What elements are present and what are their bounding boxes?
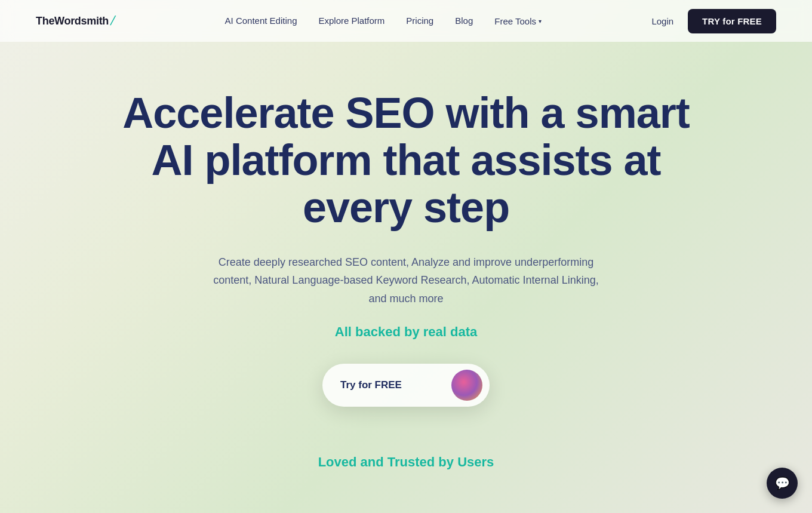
hero-tagline: All backed by real data bbox=[335, 324, 477, 340]
chat-bubble-button[interactable]: 💬 bbox=[767, 468, 798, 499]
login-button[interactable]: Login bbox=[651, 16, 673, 26]
nav-link-pricing[interactable]: Pricing bbox=[406, 16, 433, 26]
nav-link-ai-content-editing[interactable]: AI Content Editing bbox=[225, 16, 297, 26]
nav-item-blog[interactable]: Blog bbox=[455, 16, 473, 26]
nav-links: AI Content Editing Explore Platform Pric… bbox=[225, 16, 542, 26]
cta-pill-label: Try for FREE bbox=[340, 379, 402, 391]
chevron-down-icon: ▾ bbox=[539, 18, 542, 24]
nav-link-blog[interactable]: Blog bbox=[455, 16, 473, 26]
logo[interactable]: TheWordsmith / bbox=[36, 13, 115, 29]
nav-item-free-tools[interactable]: Free Tools ▾ bbox=[494, 16, 542, 26]
nav-right: Login TRY for FREE bbox=[651, 9, 776, 33]
nav-link-explore-platform[interactable]: Explore Platform bbox=[318, 16, 385, 26]
loved-text: Loved and Trusted by Users bbox=[318, 454, 494, 470]
cta-pill-button[interactable]: Try for FREE bbox=[322, 364, 490, 407]
try-for-free-button[interactable]: TRY for FREE bbox=[688, 9, 776, 33]
logo-text: TheWordsmith bbox=[36, 15, 109, 27]
hero-section: Accelerate SEO with a smart AI platform … bbox=[78, 42, 734, 506]
nav-link-free-tools[interactable]: Free Tools bbox=[494, 16, 536, 26]
nav-item-pricing[interactable]: Pricing bbox=[406, 16, 433, 26]
logo-icon: / bbox=[109, 13, 117, 29]
nav-item-ai-content-editing[interactable]: AI Content Editing bbox=[225, 16, 297, 26]
navbar: TheWordsmith / AI Content Editing Explor… bbox=[0, 0, 812, 42]
nav-item-explore-platform[interactable]: Explore Platform bbox=[318, 16, 385, 26]
cta-pill-icon bbox=[451, 370, 482, 401]
hero-subtitle: Create deeply researched SEO content, An… bbox=[203, 253, 609, 308]
chat-icon: 💬 bbox=[775, 476, 790, 490]
hero-title: Accelerate SEO with a smart AI platform … bbox=[102, 90, 710, 232]
